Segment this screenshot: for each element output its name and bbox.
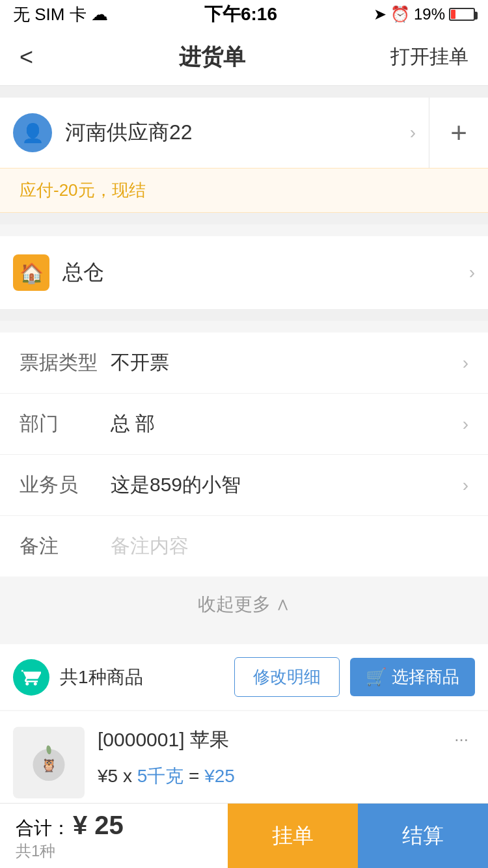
back-button[interactable]: < xyxy=(20,44,33,71)
total-section: 合计： ¥ 25 共1种 xyxy=(0,811,228,861)
supplier-section: 👤 河南供应商22 › + xyxy=(0,98,488,168)
invoice-value: 不开票 xyxy=(111,349,463,376)
department-value: 总 部 xyxy=(111,411,463,437)
bottom-bar: 合计： ¥ 25 共1种 挂单 结算 xyxy=(0,803,488,868)
open-pending-button[interactable]: 打开挂单 xyxy=(390,44,468,70)
quantity: 5千克 xyxy=(137,766,184,786)
svg-text:🦉: 🦉 xyxy=(41,757,57,773)
product-code: [0000001] xyxy=(98,729,184,750)
product-name: [0000001] 苹果 xyxy=(98,727,435,753)
department-label: 部门 xyxy=(20,411,111,437)
divider-2 xyxy=(0,213,488,224)
supplier-name: 河南供应商22 xyxy=(65,118,410,147)
modify-detail-button[interactable]: 修改明细 xyxy=(234,657,340,697)
total-label: 合计： xyxy=(16,816,70,841)
select-icon: 🛒 xyxy=(366,667,386,687)
department-row[interactable]: 部门 总 部 › xyxy=(0,394,488,455)
battery-percent: 19% xyxy=(414,5,445,23)
unit-price: ¥5 xyxy=(98,766,118,786)
products-count: 共1种商品 xyxy=(60,665,224,690)
department-chevron-icon: › xyxy=(463,414,468,435)
product-thumbnail: 🦉 xyxy=(13,727,85,798)
total-amount: ¥ 25 xyxy=(73,811,124,840)
multiply-sign: x xyxy=(123,766,137,786)
products-header: 共1种商品 修改明细 🛒 选择商品 xyxy=(0,644,488,710)
invoice-chevron-icon: › xyxy=(463,353,468,373)
status-bar: 无 SIM 卡 ☁ 下午6:16 ➤ ⏰ 19% xyxy=(0,0,488,29)
more-button[interactable]: ··· xyxy=(448,727,475,752)
remark-input[interactable]: 备注内容 xyxy=(111,533,468,560)
status-right: ➤ ⏰ 19% xyxy=(373,5,475,23)
select-label: 选择商品 xyxy=(392,666,459,688)
location-icon: ➤ xyxy=(373,5,386,23)
warehouse-chevron-icon: › xyxy=(469,262,475,283)
supplier-main[interactable]: 👤 河南供应商22 › xyxy=(0,98,429,168)
remark-label: 备注 xyxy=(20,533,111,560)
remark-row[interactable]: 备注 备注内容 xyxy=(0,516,488,576)
collapse-bar[interactable]: 收起更多 ∧ xyxy=(0,576,488,632)
battery-icon xyxy=(449,8,475,21)
total-count: 共1种 xyxy=(16,841,212,861)
product-item: 🦉 [0000001] 苹果 ¥5 x 5千克 = ¥25 ··· xyxy=(0,711,488,814)
add-supplier-button[interactable]: + xyxy=(429,98,488,168)
invoice-label: 票据类型 xyxy=(20,349,111,376)
warning-bar: 应付-20元，现结 xyxy=(0,168,488,213)
product-info: [0000001] 苹果 ¥5 x 5千克 = ¥25 xyxy=(98,727,435,789)
hang-button[interactable]: 挂单 xyxy=(228,804,358,869)
supplier-avatar: 👤 xyxy=(13,113,52,152)
sim-status: 无 SIM 卡 ☁ xyxy=(13,3,108,26)
salesman-row[interactable]: 业务员 这是859的小智 › xyxy=(0,455,488,516)
warehouse-icon: 🏠 xyxy=(13,254,49,291)
product-price: ¥5 x 5千克 = ¥25 xyxy=(98,764,435,789)
status-time: 下午6:16 xyxy=(204,2,277,27)
checkout-button[interactable]: 结算 xyxy=(358,804,488,869)
form-section: 票据类型 不开票 › 部门 总 部 › 业务员 这是859的小智 › 备注 备注… xyxy=(0,332,488,576)
invoice-row[interactable]: 票据类型 不开票 › xyxy=(0,332,488,394)
salesman-chevron-icon: › xyxy=(463,475,468,496)
salesman-value: 这是859的小智 xyxy=(111,472,463,498)
salesman-label: 业务员 xyxy=(20,472,111,498)
products-icon xyxy=(13,659,49,696)
supplier-chevron-icon: › xyxy=(410,122,416,143)
page-title: 进货单 xyxy=(179,42,245,72)
warehouse-section[interactable]: 🏠 总仓 › xyxy=(0,236,488,309)
nav-bar: < 进货单 打开挂单 xyxy=(0,29,488,86)
select-product-button[interactable]: 🛒 选择商品 xyxy=(350,658,475,696)
total-price: ¥25 xyxy=(204,766,235,786)
avatar-icon: 👤 xyxy=(21,122,44,144)
product-title: 苹果 xyxy=(190,729,229,750)
divider-1 xyxy=(0,86,488,98)
warehouse-name: 总仓 xyxy=(62,258,469,287)
status-left: 无 SIM 卡 ☁ xyxy=(13,3,108,26)
divider-3 xyxy=(0,309,488,321)
equals-sign: = xyxy=(189,766,204,786)
alarm-icon: ⏰ xyxy=(390,5,410,23)
